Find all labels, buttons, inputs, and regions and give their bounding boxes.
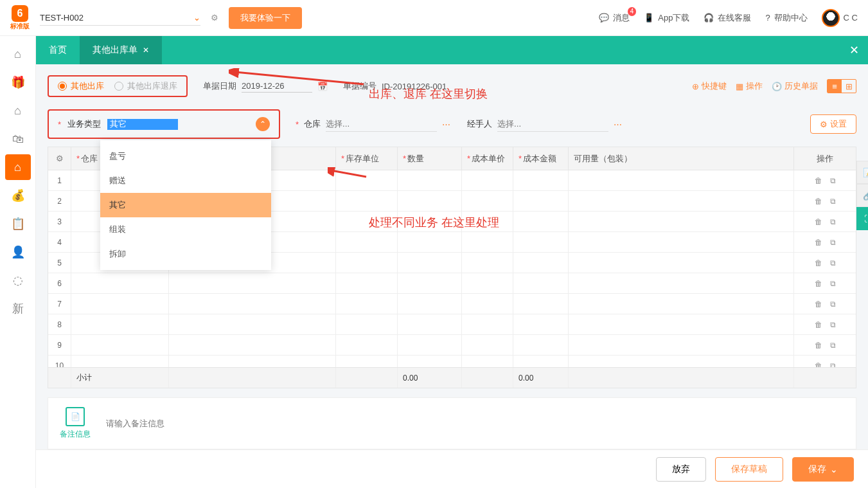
ops-link[interactable]: ▦操作 xyxy=(736,80,763,92)
copy-icon[interactable]: ⧉ xyxy=(830,176,836,185)
cell-code[interactable] xyxy=(169,314,336,334)
cell-unit[interactable] xyxy=(336,356,398,367)
cell-available[interactable] xyxy=(569,232,794,252)
cell-warehouse[interactable] xyxy=(71,335,169,355)
cell-price[interactable] xyxy=(462,356,513,367)
cell-code[interactable] xyxy=(169,294,336,314)
cell-unit[interactable] xyxy=(336,232,398,252)
table-row[interactable]: 6🗑⧉ xyxy=(48,273,856,294)
cell-unit[interactable] xyxy=(336,253,398,273)
cell-amount[interactable] xyxy=(513,170,569,190)
cell-price[interactable] xyxy=(462,314,513,334)
table-row[interactable]: 7🗑⧉ xyxy=(48,294,856,314)
table-row[interactable]: 9🗑⧉ xyxy=(48,335,856,356)
cell-code[interactable] xyxy=(169,273,336,293)
cell-amount[interactable] xyxy=(513,191,569,211)
cell-qty[interactable] xyxy=(398,335,462,355)
rail-link-icon[interactable]: 🔗 xyxy=(856,184,868,207)
cell-amount[interactable] xyxy=(513,273,569,293)
dropdown-option[interactable]: 其它 xyxy=(100,193,271,217)
cell-unit[interactable] xyxy=(336,294,398,314)
cell-qty[interactable] xyxy=(398,170,462,190)
history-link[interactable]: 🕑历史单据 xyxy=(772,80,818,92)
cell-price[interactable] xyxy=(462,273,513,293)
cell-qty[interactable] xyxy=(398,232,462,252)
cell-available[interactable] xyxy=(569,170,794,190)
dropdown-option[interactable]: 拆卸 xyxy=(100,242,271,266)
delete-icon[interactable]: 🗑 xyxy=(815,258,822,267)
discard-button[interactable]: 放弃 xyxy=(656,457,706,482)
copy-icon[interactable]: ⧉ xyxy=(830,320,836,329)
nav-warehouse-icon[interactable]: ⌂ xyxy=(5,154,31,180)
handler-input[interactable] xyxy=(497,116,608,132)
nav-contact-icon[interactable]: 👤 xyxy=(5,239,31,265)
cell-unit[interactable] xyxy=(336,273,398,293)
more-icon[interactable]: ⋯ xyxy=(442,120,452,129)
delete-icon[interactable]: 🗑 xyxy=(815,320,822,329)
cell-available[interactable] xyxy=(569,294,794,314)
copy-icon[interactable]: ⧉ xyxy=(830,197,836,206)
rail-note-icon[interactable]: 📝 xyxy=(856,161,868,184)
close-all-tabs[interactable]: ✕ xyxy=(840,36,868,64)
settings-button[interactable]: ⚙设置 xyxy=(810,114,856,134)
cell-price[interactable] xyxy=(462,232,513,252)
save-draft-button[interactable]: 保存草稿 xyxy=(715,457,783,482)
cell-price[interactable] xyxy=(462,170,513,190)
cell-available[interactable] xyxy=(569,335,794,355)
more-icon[interactable]: ⋯ xyxy=(614,120,623,129)
nav-bag-icon[interactable]: 🛍 xyxy=(5,126,31,152)
app-download-link[interactable]: 📱 App下载 xyxy=(644,12,689,24)
cell-unit[interactable] xyxy=(336,170,398,190)
close-icon[interactable]: ✕ xyxy=(143,46,149,55)
doc-date-value[interactable]: 2019-12-26 xyxy=(242,80,312,93)
cell-qty[interactable] xyxy=(398,294,462,314)
try-button[interactable]: 我要体验一下 xyxy=(229,7,302,29)
cell-warehouse[interactable] xyxy=(71,314,169,334)
delete-icon[interactable]: 🗑 xyxy=(815,341,822,350)
delete-icon[interactable]: 🗑 xyxy=(815,300,822,309)
nav-home-icon[interactable]: ⌂ xyxy=(5,41,31,67)
delete-icon[interactable]: 🗑 xyxy=(815,361,822,368)
cell-available[interactable] xyxy=(569,356,794,367)
header-gear-icon[interactable]: ⚙ xyxy=(48,147,71,170)
cell-price[interactable] xyxy=(462,253,513,273)
cell-unit[interactable] xyxy=(336,314,398,334)
cell-price[interactable] xyxy=(462,191,513,211)
cell-price[interactable] xyxy=(462,335,513,355)
dropdown-option[interactable]: 组装 xyxy=(100,217,271,242)
dropdown-option[interactable]: 赠送 xyxy=(100,168,271,193)
dropdown-option[interactable]: 盘亏 xyxy=(100,144,271,168)
cell-amount[interactable] xyxy=(513,314,569,334)
radio-return[interactable]: 其他出库退库 xyxy=(114,80,177,92)
delete-icon[interactable]: 🗑 xyxy=(815,238,822,247)
customer-service-link[interactable]: 🎧 在线客服 xyxy=(704,12,751,24)
nav-house-icon[interactable]: ⌂ xyxy=(5,98,31,123)
cell-warehouse[interactable] xyxy=(71,294,169,314)
cell-qty[interactable] xyxy=(398,273,462,293)
biz-type-input[interactable] xyxy=(107,119,177,130)
copy-icon[interactable]: ⧉ xyxy=(830,258,836,267)
grid-view-icon[interactable]: ⊞ xyxy=(842,80,856,93)
delete-icon[interactable]: 🗑 xyxy=(815,176,822,185)
cell-available[interactable] xyxy=(569,253,794,273)
chevron-up-icon[interactable]: ⌃ xyxy=(256,117,270,131)
table-row[interactable]: 10🗑⧉ xyxy=(48,356,856,367)
delete-icon[interactable]: 🗑 xyxy=(815,279,822,288)
nav-gift-icon[interactable]: 🎁 xyxy=(5,69,31,95)
cell-qty[interactable] xyxy=(398,253,462,273)
rail-expand-icon[interactable]: ⛶ xyxy=(856,207,868,230)
tab-home[interactable]: 首页 xyxy=(36,36,80,64)
cell-warehouse[interactable] xyxy=(71,356,169,367)
copy-icon[interactable]: ⧉ xyxy=(830,361,836,368)
cell-available[interactable] xyxy=(569,212,794,231)
table-row[interactable]: 8🗑⧉ xyxy=(48,314,856,335)
list-view-icon[interactable]: ≡ xyxy=(828,80,842,93)
radio-outbound[interactable]: 其他出库 xyxy=(58,80,104,92)
gear-icon[interactable]: ⚙ xyxy=(211,13,218,23)
calendar-icon[interactable]: 📅 xyxy=(317,82,328,91)
remark-input[interactable] xyxy=(106,419,844,428)
nav-money-icon[interactable]: 💰 xyxy=(5,183,31,208)
nav-clipboard-icon[interactable]: 📋 xyxy=(5,211,31,237)
nav-cycle-icon[interactable]: ◌ xyxy=(5,267,31,293)
cell-amount[interactable] xyxy=(513,294,569,314)
